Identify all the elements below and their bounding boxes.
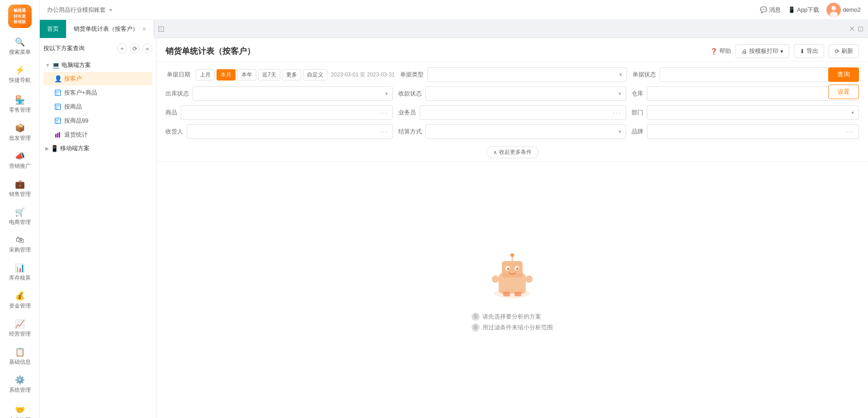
date-filter-label: 单据日期 [165,71,190,79]
maximize-icon[interactable]: ⊡ [158,24,165,34]
right-panel: 销货单统计表（按客户） ❓ 帮助 🖨 按模板打印 ▾ ⬇ 导出 [156,38,868,418]
sidebar-item-system[interactable]: ⚙️ 系统管理 [0,370,39,399]
add-scheme-button[interactable]: + [117,43,127,53]
tip-text-1: 请先选择要分析的方案 [482,313,541,321]
out-status-dropdown-icon: ▾ [385,90,388,97]
date-btn-this-year[interactable]: 本年 [237,69,256,81]
date-btn-last-month[interactable]: 上月 [196,69,215,81]
sidebar-item-search[interactable]: 🔍 搜索菜单 [0,33,39,61]
salesperson-select[interactable]: ··· [420,105,626,120]
sidebar-item-finance[interactable]: 💰 资金管理 [0,286,39,314]
date-group: 上月 本月 本年 近7天 更多 自定义 2023-03-01 至 2023-03… [196,69,395,81]
collapse-panel-button[interactable]: « [142,43,152,53]
header-dropdown-icon[interactable]: ▾ [109,7,112,13]
warehouse-select[interactable]: ··· [647,86,859,101]
sidebar-item-label: 经营管理 [9,330,31,338]
tree-group-header-mobile[interactable]: ▶ 📱 移动端方案 [43,142,152,155]
sidebar-item-label: 零售管理 [9,106,31,114]
refresh-button[interactable]: ⟳ 刷新 [829,44,859,58]
maximize-window-icon[interactable]: ⊡ [858,24,863,33]
tree-item-return-stats[interactable]: 退货统计 [43,128,152,142]
close-window-icon[interactable]: ✕ [849,24,855,33]
sidebar-item-label: 系统管理 [9,386,31,394]
sidebar-item-ecommerce[interactable]: 🛒 电商管理 [0,203,39,231]
tab-report[interactable]: 销货单统计表（按客户） ✕ [66,20,154,38]
payment-select[interactable]: ▾ [425,124,626,139]
tree-arrow-pc: ▼ [45,62,50,68]
help-link[interactable]: ❓ 帮助 [710,47,731,55]
sidebar-item-label: 库存核算 [9,274,31,282]
export-icon: ⬇ [800,48,805,55]
department-select[interactable]: ▾ [647,105,859,120]
sidebar-item-wholesale[interactable]: 📦 批发管理 [0,119,39,147]
template-print-button[interactable]: 🖨 按模板打印 ▾ [736,44,789,58]
tab-home[interactable]: 首页 [40,20,66,38]
receipt-status-select[interactable]: ▾ [425,86,626,101]
app-download-button[interactable]: 📱 App下载 [788,6,819,14]
export-button[interactable]: ⬇ 导出 [794,44,824,58]
date-btn-this-month[interactable]: 本月 [217,69,236,81]
settings-button[interactable]: 设置 [828,85,859,99]
sidebar-item-operations[interactable]: 📈 经营管理 [0,314,39,342]
tree-item-by-product99[interactable]: 按商品99 [43,114,152,128]
collapse-button[interactable]: ∧ 收起更多条件 [486,146,538,158]
query-button[interactable]: 查询 [828,67,859,82]
message-icon: 💬 [760,6,767,13]
svg-point-24 [492,276,499,283]
retail-icon: 🏪 [15,95,25,105]
out-status-group: 出库状态 ▾ [165,86,393,101]
type-filter-group: 单据类型 ▾ [400,67,627,82]
salesperson-group: 业务员 ··· [398,105,626,120]
return-stats-label: 退货统计 [64,131,88,139]
enterprise-icon: 🤝 [15,405,25,415]
sidebar-item-enterprise[interactable]: 🤝 企业协同 [0,400,39,418]
search-icon: 🔍 [15,37,25,47]
receipt-status-label: 收款状态 [398,90,422,98]
date-btn-custom[interactable]: 自定义 [303,69,327,81]
sidebar-item-purchase[interactable]: 🛍 采购管理 [0,231,39,258]
sidebar-item-inventory[interactable]: 📊 库存核算 [0,258,39,286]
tree-group-header-pc[interactable]: ▼ 💻 电脑端方案 [43,59,152,71]
pc-group-icon: 💻 [52,62,60,69]
user-menu[interactable]: demo2 [826,3,861,17]
sidebar-item-sales[interactable]: 💼 销售管理 [0,175,39,203]
inventory-icon: 📊 [15,263,25,273]
tree-item-by-customer[interactable]: 👤 按客户 [43,72,152,86]
svg-rect-12 [55,134,57,138]
avatar [826,3,841,17]
svg-point-1 [831,6,836,10]
sidebar: 畅捷通好生意标准版 🔍 搜索菜单 ⚡ 快捷导航 🏪 零售管理 📦 批发管理 📣 … [0,0,40,418]
by-product-label: 按商品 [64,103,82,111]
by-customer-product-label: 按客户+商品 [64,89,97,97]
date-range-display: 2023-03-01 至 2023-03-31 [331,71,395,79]
date-btn-last7[interactable]: 近7天 [258,69,280,81]
sidebar-item-marketing[interactable]: 📣 营销推广 [0,147,39,175]
sidebar-item-quicknav[interactable]: ⚡ 快捷导航 [0,61,39,89]
tree-item-by-product[interactable]: 按商品 [43,100,152,114]
message-button[interactable]: 💬 消息 [760,6,781,14]
print-icon: 🖨 [741,48,747,55]
svg-rect-14 [59,132,60,138]
template-print-label: 按模板打印 [749,47,778,55]
date-btn-more[interactable]: 更多 [282,69,301,81]
help-icon: ❓ [710,48,717,55]
tab-close-icon[interactable]: ✕ [142,26,146,32]
type-status-group: 单据类型 ▾ 单据状态 ▾ [400,67,859,82]
warehouse-group: 仓库 ··· [632,86,859,101]
out-status-select[interactable]: ▾ [193,86,393,101]
tree-item-by-customer-product[interactable]: 按客户+商品 [43,86,152,100]
recipient-select[interactable]: ··· [187,124,393,139]
type-filter-select[interactable]: ▾ [427,67,627,82]
refresh-scheme-button[interactable]: ⟳ [130,43,140,53]
system-icon: ⚙️ [15,375,25,385]
product-select[interactable]: ··· [181,105,393,120]
sidebar-item-retail[interactable]: 🏪 零售管理 [0,90,39,119]
payment-label: 结算方式 [398,128,422,136]
svg-rect-9 [55,118,61,124]
empty-state: ① 请先选择要分析的方案 ② 用过滤条件来缩小分析范围 [156,162,868,418]
brand-select[interactable]: ··· [647,124,859,139]
sidebar-item-basic[interactable]: 📋 基础信息 [0,342,39,370]
svg-rect-26 [503,292,510,296]
sidebar-item-label: 批发管理 [9,134,31,142]
message-label: 消息 [769,6,781,14]
